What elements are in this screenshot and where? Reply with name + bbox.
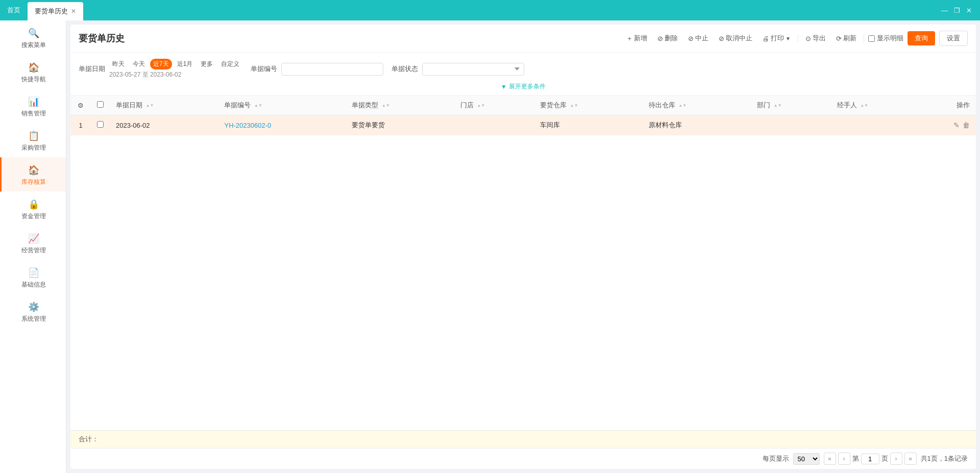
date-btn-more[interactable]: 更多 [198, 59, 216, 69]
status-filter-group: 单据状态 [391, 63, 524, 76]
show-detail-input[interactable] [868, 35, 875, 42]
export-label: 导出 [813, 34, 826, 43]
delete-button[interactable]: ⊘ 删除 [654, 32, 681, 45]
req-warehouse-sort-icon[interactable]: ▲▼ [570, 103, 578, 108]
close-btn[interactable]: ✕ [966, 7, 972, 14]
minimize-btn[interactable]: — [941, 7, 948, 14]
toolbar: + 新增 ⊘ 删除 ⊘ 中止 ⊘ 取消中止 🖨 打印 [625, 31, 968, 46]
tab-home-label: 首页 [7, 6, 20, 15]
th-doc-type-label: 单据类型 [352, 101, 378, 109]
main-layout: 🔍 搜索菜单 🏠 快捷导航 📊 销售管理 📋 采购管理 🏠 库存核算 🔒 资金管… [0, 20, 980, 473]
expand-more-btn[interactable]: ▼ 展开更多条件 [79, 82, 968, 91]
sidebar-label-sales-mgmt: 销售管理 [21, 109, 46, 118]
table-row[interactable]: 1 2023-06-02 YH-20230602-0 要货单要货 [70, 115, 976, 135]
sidebar-item-purchase-mgmt[interactable]: 📋 采购管理 [0, 123, 66, 157]
page-first-btn[interactable]: « [824, 453, 836, 465]
date-btn-custom[interactable]: 自定义 [218, 59, 242, 69]
toolbar-divider-1 [798, 34, 798, 42]
row-checkbox[interactable] [97, 121, 104, 128]
page-input[interactable] [861, 454, 879, 464]
sidebar-item-search-menu[interactable]: 🔍 搜索菜单 [0, 20, 66, 55]
settings-button[interactable]: 设置 [939, 31, 968, 46]
td-store [454, 115, 534, 135]
top-bar: 首页 要货单历史 ✕ — ❐ ✕ [0, 0, 980, 20]
td-req-warehouse: 车间库 [534, 115, 642, 135]
handler-sort-icon[interactable]: ▲▼ [860, 103, 868, 108]
sidebar-label-inventory-calc: 库存核算 [21, 178, 46, 186]
th-handler: 经手人 ▲▼ [831, 96, 925, 115]
th-department: 部门 ▲▼ [751, 96, 830, 115]
date-btn-today[interactable]: 今天 [130, 59, 148, 69]
sidebar-label-finance-mgmt: 资金管理 [21, 212, 46, 221]
query-label: 查询 [915, 34, 928, 43]
cancel-stop-icon: ⊘ [719, 35, 724, 42]
cancel-stop-button[interactable]: ⊘ 取消中止 [716, 32, 755, 45]
per-page-select[interactable]: 50 10 20 100 [793, 453, 820, 465]
print-label: 打印 [771, 34, 784, 43]
search-menu-icon: 🔍 [28, 28, 39, 39]
sidebar-label-basic-info: 基础信息 [21, 280, 46, 289]
page-last-btn[interactable]: » [904, 453, 917, 465]
sidebar-item-sales-mgmt[interactable]: 📊 销售管理 [0, 89, 66, 123]
sidebar-item-basic-info[interactable]: 📄 基础信息 [0, 260, 66, 294]
doc-no-filter-group: 单据编号 [251, 63, 383, 76]
department-sort-icon[interactable]: ▲▼ [774, 103, 782, 108]
date-btn-yesterday[interactable]: 昨天 [109, 59, 128, 69]
sidebar-item-finance-mgmt[interactable]: 🔒 资金管理 [0, 192, 66, 226]
status-select[interactable] [422, 63, 524, 76]
stop-icon: ⊘ [688, 35, 694, 42]
page-prev-btn[interactable]: ‹ [838, 453, 850, 465]
sidebar-label-operation-mgmt: 经营管理 [21, 246, 46, 255]
doc-type-sort-icon[interactable]: ▲▼ [382, 103, 390, 108]
sidebar-label-quick-nav: 快捷导航 [21, 75, 46, 84]
date-btn-7days[interactable]: 近7天 [150, 59, 172, 69]
td-actions: ✎ 🗑 [925, 115, 976, 135]
table-header-row: ⚙ 单据日期 ▲▼ 单据编号 ▲▼ [70, 96, 976, 115]
show-detail-checkbox[interactable]: 显示明细 [868, 34, 903, 43]
td-date: 2023-06-02 [110, 115, 218, 135]
status-label: 单据状态 [391, 64, 418, 74]
tab-home[interactable]: 首页 [0, 0, 28, 20]
target-warehouse-sort-icon[interactable]: ▲▼ [678, 103, 687, 108]
row-delete-icon[interactable]: 🗑 [963, 121, 970, 129]
th-handler-label: 经手人 [837, 101, 857, 109]
refresh-button[interactable]: ⟳ 刷新 [833, 32, 860, 45]
sidebar-item-system-mgmt[interactable]: ⚙️ 系统管理 [0, 294, 66, 328]
cancel-stop-label: 取消中止 [726, 34, 752, 43]
row-edit-icon[interactable]: ✎ [953, 121, 960, 129]
sidebar: 🔍 搜索菜单 🏠 快捷导航 📊 销售管理 📋 采购管理 🏠 库存核算 🔒 资金管… [0, 20, 66, 473]
sidebar-item-inventory-calc[interactable]: 🏠 库存核算 [0, 157, 66, 192]
filter-area: 单据日期 昨天 今天 近7天 近1月 更多 自定义 2023-05-27 至 2… [70, 53, 976, 96]
store-sort-icon[interactable]: ▲▼ [477, 103, 485, 108]
sidebar-item-operation-mgmt[interactable]: 📈 经营管理 [0, 226, 66, 260]
select-all-checkbox[interactable] [97, 101, 104, 108]
new-icon: + [628, 35, 632, 42]
page-next-btn[interactable]: › [890, 453, 902, 465]
export-button[interactable]: ⊙ 导出 [802, 32, 829, 45]
sidebar-item-quick-nav[interactable]: 🏠 快捷导航 [0, 55, 66, 89]
date-sort-icon[interactable]: ▲▼ [146, 103, 154, 108]
th-doc-type: 单据类型 ▲▼ [346, 96, 454, 115]
print-button[interactable]: 🖨 打印 ▼ [760, 32, 794, 45]
td-department [751, 115, 830, 135]
print-chevron-icon: ▼ [786, 36, 791, 41]
pagination-bar: 每页显示 50 10 20 100 « ‹ 第 页 › » 共1页，1条记录 [70, 448, 976, 469]
restore-btn[interactable]: ❐ [954, 7, 960, 14]
table-body: 1 2023-06-02 YH-20230602-0 要货单要货 [70, 115, 976, 135]
date-range-display: 2023-05-27 至 2023-06-02 [109, 70, 242, 79]
query-button[interactable]: 查询 [908, 31, 935, 45]
doc-no-sort-icon[interactable]: ▲▼ [254, 103, 262, 108]
date-btn-1month[interactable]: 近1月 [174, 59, 196, 69]
tab-close-icon[interactable]: ✕ [71, 8, 76, 15]
new-button[interactable]: + 新增 [625, 32, 651, 45]
stop-button[interactable]: ⊘ 中止 [685, 32, 712, 45]
settings-gear-icon[interactable]: ⚙ [78, 102, 84, 109]
tab-requisition-history[interactable]: 要货单历史 ✕ [28, 2, 83, 20]
inventory-calc-icon: 🏠 [28, 164, 39, 176]
delete-label: 删除 [665, 34, 678, 43]
purchase-mgmt-icon: 📋 [28, 130, 39, 141]
doc-no-input[interactable] [281, 63, 383, 76]
row-doc-no-link[interactable]: YH-20230602-0 [224, 122, 271, 129]
td-doc-no: YH-20230602-0 [218, 115, 346, 135]
th-actions: 操作 [925, 96, 976, 115]
